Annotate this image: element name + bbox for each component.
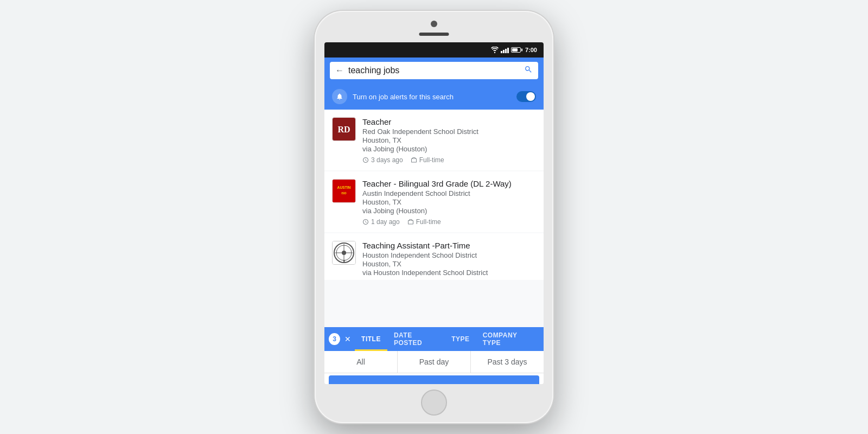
apply-button-partial bbox=[324, 373, 544, 384]
signal-icon bbox=[501, 47, 509, 53]
job-source-1: via Jobing (Houston) bbox=[362, 145, 536, 153]
job-source-3: via Houston Independent School District bbox=[362, 269, 536, 277]
svg-text:RD: RD bbox=[337, 125, 350, 134]
wifi-icon bbox=[491, 47, 499, 53]
date-option-past3days[interactable]: Past 3 days bbox=[471, 351, 544, 373]
search-query: teaching jobs bbox=[348, 66, 520, 75]
filter-tab-type[interactable]: TYPE bbox=[445, 327, 476, 351]
date-option-all[interactable]: All bbox=[324, 351, 398, 373]
svg-text:AUSTIN: AUSTIN bbox=[337, 186, 351, 189]
search-icon[interactable] bbox=[524, 65, 533, 76]
job-item-3[interactable]: ★ Teaching Assistant -Part-Time Houston … bbox=[324, 233, 544, 280]
alert-banner: Turn on job alerts for this search bbox=[324, 84, 544, 110]
camera bbox=[431, 21, 437, 27]
search-input-container[interactable]: ← teaching jobs bbox=[330, 62, 538, 79]
filter-close-button[interactable]: ✕ bbox=[342, 334, 353, 344]
job-type-2: Full-time bbox=[407, 218, 441, 226]
job-type-1: Full-time bbox=[411, 156, 444, 164]
job-title-2: Teacher - Bilingual 3rd Grade (DL 2-Way) bbox=[362, 179, 536, 188]
search-bar: ← teaching jobs bbox=[324, 58, 544, 84]
status-bar: 7:00 bbox=[324, 42, 544, 58]
company-logo-1: RD bbox=[332, 117, 356, 141]
filter-tab-date[interactable]: DATE POSTED bbox=[387, 327, 445, 351]
company-logo-2: AUSTIN ISD bbox=[332, 179, 356, 203]
status-icons: 7:00 bbox=[491, 47, 537, 53]
job-posted-1: 3 days ago bbox=[362, 156, 403, 164]
filter-tab-title[interactable]: TITLE bbox=[355, 327, 387, 351]
job-company-2: Austin Independent School District bbox=[362, 189, 536, 197]
briefcase-icon-1 bbox=[411, 157, 417, 163]
clock-icon-2 bbox=[362, 219, 369, 225]
job-item-2[interactable]: AUSTIN ISD Teacher - Bilingual 3rd Grade… bbox=[324, 171, 544, 232]
svg-text:ISD: ISD bbox=[341, 192, 347, 195]
filter-tabs: TITLE DATE POSTED TYPE COMPANY TYPE bbox=[355, 327, 539, 351]
status-time: 7:00 bbox=[525, 47, 537, 53]
filter-badge: 3 bbox=[329, 333, 340, 345]
phone-device: 7:00 ← teaching jobs Turn on bbox=[315, 11, 553, 423]
job-meta-2: 1 day ago Full-time bbox=[362, 218, 536, 226]
job-location-1: Houston, TX bbox=[362, 136, 536, 144]
filter-tab-company[interactable]: COMPANY TYPE bbox=[476, 327, 539, 351]
toggle-knob bbox=[526, 92, 535, 101]
battery-fill bbox=[512, 48, 518, 52]
job-location-3: Houston, TX bbox=[362, 260, 536, 268]
apply-button[interactable] bbox=[329, 375, 539, 384]
job-item-1[interactable]: RD Teacher Red Oak Independent School Di… bbox=[324, 110, 544, 170]
clock-icon-1 bbox=[362, 157, 369, 163]
date-option-pastday[interactable]: Past day bbox=[398, 351, 471, 373]
back-arrow-icon[interactable]: ← bbox=[335, 66, 344, 75]
job-list: RD Teacher Red Oak Independent School Di… bbox=[324, 110, 544, 327]
battery-icon bbox=[511, 47, 521, 53]
bell-icon bbox=[332, 89, 347, 104]
job-info-3: Teaching Assistant -Part-Time Houston In… bbox=[362, 241, 536, 280]
job-info-2: Teacher - Bilingual 3rd Grade (DL 2-Way)… bbox=[362, 179, 536, 226]
job-title-3: Teaching Assistant -Part-Time bbox=[362, 241, 536, 250]
job-company-1: Red Oak Independent School District bbox=[362, 127, 536, 136]
speaker bbox=[419, 33, 449, 36]
date-options: All Past day Past 3 days bbox=[324, 351, 544, 373]
job-posted-2: 1 day ago bbox=[362, 218, 400, 226]
alert-text: Turn on job alerts for this search bbox=[353, 93, 511, 101]
briefcase-icon-2 bbox=[407, 219, 414, 225]
date-filter-panel: All Past day Past 3 days bbox=[324, 351, 544, 384]
job-company-3: Houston Independent School District bbox=[362, 251, 536, 259]
company-logo-3: ★ bbox=[332, 241, 356, 265]
svg-point-8 bbox=[342, 251, 346, 255]
phone-screen: 7:00 ← teaching jobs Turn on bbox=[324, 42, 544, 384]
job-meta-1: 3 days ago Full-time bbox=[362, 156, 536, 164]
job-info-1: Teacher Red Oak Independent School Distr… bbox=[362, 117, 536, 164]
alert-toggle[interactable] bbox=[516, 91, 536, 102]
filter-bar: 3 ✕ TITLE DATE POSTED TYPE COMPANY TYPE bbox=[324, 327, 544, 351]
home-button[interactable] bbox=[421, 390, 447, 416]
job-source-2: via Jobing (Houston) bbox=[362, 207, 536, 215]
job-location-2: Houston, TX bbox=[362, 198, 536, 206]
job-title-1: Teacher bbox=[362, 117, 536, 126]
